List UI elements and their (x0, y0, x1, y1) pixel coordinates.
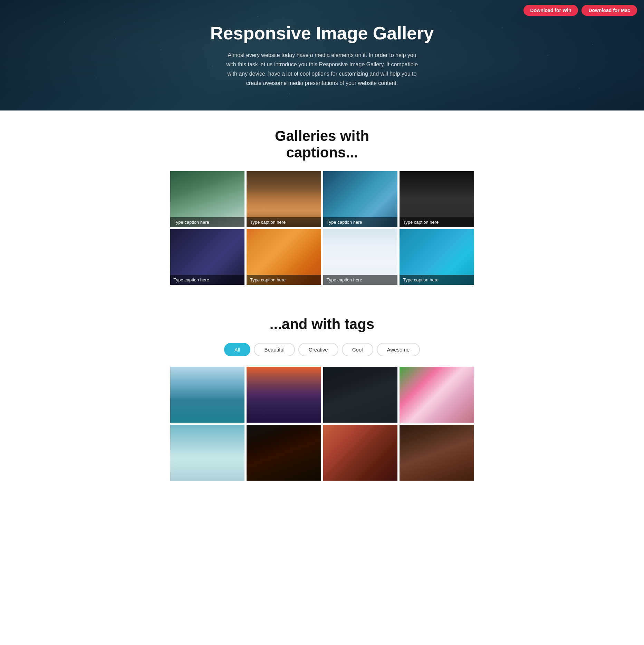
caption-bar-2: Type caption here (247, 217, 321, 227)
tagged-gallery-grid (167, 367, 478, 480)
caption-bar-5: Type caption here (170, 275, 245, 285)
tagged-thumb-8 (400, 425, 474, 481)
tag-beautiful-button[interactable]: Beautiful (254, 343, 295, 356)
gallery-item-5[interactable]: Type caption here (170, 229, 245, 285)
tagged-item-4[interactable] (400, 367, 474, 423)
captions-section-title: Galleries withcaptions... (7, 128, 637, 161)
tagged-thumb-4 (400, 367, 474, 423)
hero-title: Responsive Image Gallery (210, 23, 434, 44)
tagged-thumb-6 (247, 425, 321, 481)
download-mac-button[interactable]: Download for Mac (581, 5, 637, 16)
tagged-item-8[interactable] (400, 425, 474, 481)
caption-bar-6: Type caption here (247, 275, 321, 285)
tagged-item-6[interactable] (247, 425, 321, 481)
tag-awesome-button[interactable]: Awesome (377, 343, 420, 356)
tagged-thumb-7 (323, 425, 398, 481)
caption-text-2: Type caption here (250, 220, 286, 225)
tag-all-button[interactable]: All (224, 343, 251, 356)
tag-creative-button[interactable]: Creative (298, 343, 338, 356)
gallery-item-6[interactable]: Type caption here (247, 229, 321, 285)
caption-bar-8: Type caption here (400, 275, 474, 285)
caption-text-3: Type caption here (327, 220, 362, 225)
gallery-item-8[interactable]: Type caption here (400, 229, 474, 285)
tagged-item-2[interactable] (247, 367, 321, 423)
tagged-thumb-5 (170, 425, 245, 481)
tagged-item-3[interactable] (323, 367, 398, 423)
captions-section: Galleries withcaptions... Type caption h… (0, 110, 644, 309)
hero-section: Download for Win Download for Mac Respon… (0, 0, 644, 110)
download-win-button[interactable]: Download for Win (523, 5, 578, 16)
tagged-item-7[interactable] (323, 425, 398, 481)
caption-text-8: Type caption here (403, 277, 439, 282)
tagged-item-5[interactable] (170, 425, 245, 481)
caption-bar-3: Type caption here (323, 217, 398, 227)
gallery-item-1[interactable]: Type caption here (170, 171, 245, 227)
caption-bar-4: Type caption here (400, 217, 474, 227)
gallery-item-4[interactable]: Type caption here (400, 171, 474, 227)
header-buttons: Download for Win Download for Mac (523, 5, 637, 16)
tag-filters: All Beautiful Creative Cool Awesome (7, 343, 637, 356)
captions-gallery-grid: Type caption here Type caption here Type… (167, 171, 478, 285)
tags-section: ...and with tags All Beautiful Creative … (0, 309, 644, 494)
caption-text-1: Type caption here (174, 220, 209, 225)
tagged-item-1[interactable] (170, 367, 245, 423)
tagged-thumb-2 (247, 367, 321, 423)
caption-text-7: Type caption here (327, 277, 362, 282)
gallery-item-2[interactable]: Type caption here (247, 171, 321, 227)
tag-cool-button[interactable]: Cool (342, 343, 373, 356)
caption-bar-1: Type caption here (170, 217, 245, 227)
tags-section-title: ...and with tags (7, 316, 637, 333)
tagged-thumb-1 (170, 367, 245, 423)
gallery-item-7[interactable]: Type caption here (323, 229, 398, 285)
tagged-thumb-3 (323, 367, 398, 423)
caption-text-5: Type caption here (174, 277, 209, 282)
caption-text-6: Type caption here (250, 277, 286, 282)
caption-text-4: Type caption here (403, 220, 439, 225)
hero-description: Almost every website today have a media … (225, 50, 419, 88)
caption-bar-7: Type caption here (323, 275, 398, 285)
gallery-item-3[interactable]: Type caption here (323, 171, 398, 227)
